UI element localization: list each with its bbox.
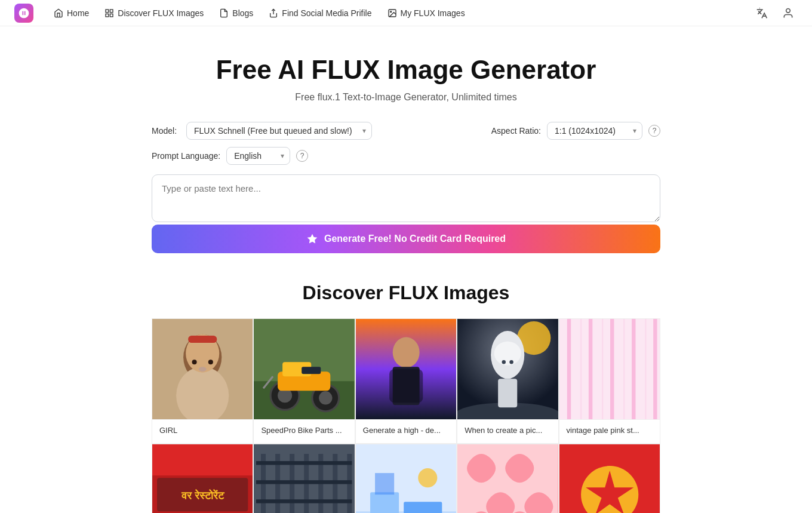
generate-icon xyxy=(306,233,318,245)
svg-rect-63 xyxy=(256,500,352,503)
svg-point-13 xyxy=(192,360,197,364)
svg-point-27 xyxy=(393,337,420,367)
user-icon xyxy=(782,7,794,19)
image-placeholder xyxy=(559,319,660,419)
nav-discover[interactable]: Discover FLUX Images xyxy=(99,6,210,20)
svg-point-37 xyxy=(510,360,513,364)
image-placeholder xyxy=(254,444,354,513)
generate-button[interactable]: Generate Free! No Credit Card Required xyxy=(152,225,660,253)
svg-rect-62 xyxy=(256,481,352,484)
image-placeholder xyxy=(457,319,558,419)
svg-rect-68 xyxy=(375,474,394,495)
svg-rect-12 xyxy=(188,336,217,343)
model-select-wrapper: FLUX Schnell (Free but queued and slow!)… xyxy=(186,122,372,140)
svg-rect-0 xyxy=(106,10,109,13)
image-card[interactable]: GIRL xyxy=(152,318,253,444)
image-card[interactable]: वर रेस्टोरेंट xyxy=(152,444,253,513)
nav-discover-label: Discover FLUX Images xyxy=(118,8,204,18)
svg-point-15 xyxy=(199,367,207,371)
svg-rect-2 xyxy=(106,14,109,17)
image-card[interactable] xyxy=(253,444,355,513)
card-label: vintage pale pink st... xyxy=(559,419,660,443)
svg-rect-29 xyxy=(389,369,423,403)
svg-rect-1 xyxy=(110,10,113,13)
svg-rect-61 xyxy=(256,461,352,465)
svg-rect-66 xyxy=(370,493,399,513)
model-row: Model: FLUX Schnell (Free but queued and… xyxy=(152,122,660,140)
svg-text:वर रेस्टोरेंट: वर रेस्टोरेंट xyxy=(181,489,225,502)
translate-icon xyxy=(756,7,768,19)
prompt-textarea[interactable] xyxy=(152,174,660,222)
svg-rect-35 xyxy=(498,379,517,407)
svg-rect-67 xyxy=(404,502,442,513)
image-card[interactable]: Generate a high - de... xyxy=(355,318,457,444)
image-card[interactable] xyxy=(355,444,457,513)
image-placeholder xyxy=(457,444,558,513)
nav-my-flux-label: My FLUX Images xyxy=(401,8,465,18)
main-content: Free AI FLUX Image Generator Free flux.1… xyxy=(137,26,675,513)
nav-my-flux[interactable]: My FLUX Images xyxy=(382,6,471,20)
aspect-help-icon[interactable]: ? xyxy=(648,125,660,137)
svg-point-34 xyxy=(494,342,521,365)
image-placeholder xyxy=(254,319,354,419)
logo-icon xyxy=(18,7,30,19)
image-placeholder xyxy=(152,319,253,419)
card-label: SpeedPro Bike Parts ... xyxy=(254,419,354,443)
svg-point-69 xyxy=(418,468,437,487)
language-row: Prompt Language: English Spanish French … xyxy=(152,147,660,165)
nav-home-label: Home xyxy=(67,8,89,18)
svg-rect-25 xyxy=(302,367,321,374)
nav-home[interactable]: Home xyxy=(48,6,95,20)
image-card[interactable]: When to create a pic... xyxy=(457,318,558,444)
image-icon xyxy=(387,8,397,18)
image-grid: GIRL SpeedPro Bike Parts ... Generate a … xyxy=(152,318,660,513)
navbar: Home Discover FLUX Images Blogs Find Soc… xyxy=(0,0,812,26)
grid-icon xyxy=(104,8,114,18)
model-label: Model: xyxy=(152,126,177,136)
share-icon xyxy=(269,8,278,18)
page-title: Free AI FLUX Image Generator xyxy=(152,55,660,85)
app-logo[interactable] xyxy=(14,4,33,23)
image-placeholder: वर रेस्टोरेंट xyxy=(152,444,253,513)
language-select-wrapper: English Spanish French German Japanese C… xyxy=(226,147,290,165)
language-label: Prompt Language: xyxy=(152,151,220,161)
nav-social-label: Find Social Media Prifile xyxy=(282,8,371,18)
aspect-select-wrapper: 1:1 (1024x1024) 16:9 (1360x768) 9:16 (76… xyxy=(547,122,642,140)
file-icon xyxy=(219,8,229,18)
discover-title: Discover FLUX Images xyxy=(152,282,660,304)
svg-point-6 xyxy=(390,11,391,12)
nav-blogs-label: Blogs xyxy=(232,8,253,18)
svg-point-36 xyxy=(502,360,506,364)
page-subtitle: Free flux.1 Text-to-Image Generator, Unl… xyxy=(152,92,660,103)
aspect-label: Aspect Ratio: xyxy=(491,126,541,136)
language-select[interactable]: English Spanish French German Japanese C… xyxy=(226,147,290,165)
nav-blogs[interactable]: Blogs xyxy=(213,6,259,20)
svg-point-21 xyxy=(319,391,332,404)
nav-links: Home Discover FLUX Images Blogs Find Soc… xyxy=(48,6,752,20)
card-label: When to create a pic... xyxy=(457,419,558,443)
svg-rect-51 xyxy=(152,444,253,475)
svg-rect-3 xyxy=(110,14,113,17)
aspect-group: Aspect Ratio: 1:1 (1024x1024) 16:9 (1360… xyxy=(491,122,660,140)
nav-social[interactable]: Find Social Media Prifile xyxy=(263,6,377,20)
model-select[interactable]: FLUX Schnell (Free but queued and slow!)… xyxy=(186,122,372,140)
svg-point-14 xyxy=(208,360,213,364)
card-label: GIRL xyxy=(152,419,253,443)
translate-button[interactable] xyxy=(752,4,771,23)
image-placeholder xyxy=(356,319,456,419)
image-placeholder xyxy=(356,444,456,513)
svg-point-7 xyxy=(786,8,791,13)
image-card[interactable]: vintage pale pink st... xyxy=(559,318,660,444)
nav-right xyxy=(752,4,798,23)
image-card[interactable] xyxy=(559,444,660,513)
image-placeholder xyxy=(559,444,660,513)
generate-btn-label: Generate Free! No Credit Card Required xyxy=(324,234,506,244)
user-button[interactable] xyxy=(779,4,798,23)
image-card[interactable]: SpeedPro Bike Parts ... xyxy=(253,318,355,444)
image-card[interactable] xyxy=(457,444,558,513)
card-label: Generate a high - de... xyxy=(356,419,456,443)
home-icon xyxy=(54,8,63,18)
aspect-select[interactable]: 1:1 (1024x1024) 16:9 (1360x768) 9:16 (76… xyxy=(547,122,642,140)
language-help-icon[interactable]: ? xyxy=(296,150,308,162)
